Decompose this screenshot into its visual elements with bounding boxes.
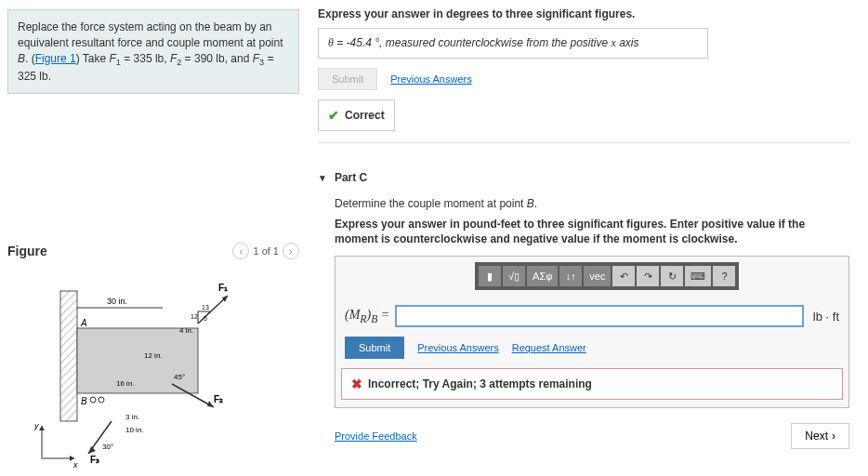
partc-header[interactable]: ▼ Part C xyxy=(318,171,849,184)
partc-instruction: Express your answer in pound-feet to thr… xyxy=(335,218,849,246)
svg-marker-29 xyxy=(39,426,45,430)
x-icon: ✖ xyxy=(351,377,362,391)
tool-keyboard[interactable]: ⌨ xyxy=(685,266,711,286)
partc-submit-button[interactable]: Submit xyxy=(345,337,404,359)
partc-answer-box: ▮ √▯ ΑΣφ ↓↑ vec ↶ ↷ ↻ ⌨ ? (MR)B = lb xyxy=(335,256,849,408)
svg-text:F₂: F₂ xyxy=(214,394,223,404)
problem-text: Replace the force system acting on the b… xyxy=(18,20,283,49)
tool-reset[interactable]: ↻ xyxy=(661,266,683,286)
svg-rect-1 xyxy=(60,291,77,421)
figure-nav: ‹ 1 of 1 › xyxy=(232,243,299,259)
next-button[interactable]: Next› xyxy=(791,423,849,449)
tool-redo[interactable]: ↷ xyxy=(637,266,659,286)
svg-marker-23 xyxy=(88,446,96,454)
partb-correct-feedback: ✔ Correct xyxy=(318,99,395,131)
chevron-right-icon: › xyxy=(832,430,835,443)
tool-vec[interactable]: vec xyxy=(584,266,611,286)
partb-answer-display: θ = -45.4 °, measured counterclockwise f… xyxy=(318,28,708,59)
figure-diagram: 30 in. 4 in. 12 in. 16 in. 3 in. 10 in. … xyxy=(7,272,299,476)
svg-text:30 in.: 30 in. xyxy=(107,297,127,306)
svg-text:16 in.: 16 in. xyxy=(116,379,135,388)
svg-marker-19 xyxy=(207,401,214,407)
formula-toolbar: ▮ √▯ ΑΣφ ↓↑ vec ↶ ↷ ↻ ⌨ ? xyxy=(475,262,739,290)
figure-counter: 1 of 1 xyxy=(253,245,279,257)
tool-template[interactable]: ▮ xyxy=(479,266,501,286)
partc-request-answer-link[interactable]: Request Answer xyxy=(512,342,586,353)
tool-sqrt[interactable]: √▯ xyxy=(503,266,525,286)
collapse-icon: ▼ xyxy=(318,173,327,183)
svg-text:4 in.: 4 in. xyxy=(179,326,193,335)
tool-subscript[interactable]: ↓↑ xyxy=(559,266,582,286)
partc-unit: lb · ft xyxy=(813,310,839,324)
partb-submit-button: Submit xyxy=(318,68,377,90)
svg-text:12: 12 xyxy=(191,313,198,320)
svg-rect-2 xyxy=(77,328,198,393)
partb-instruction: Express your answer in degrees to three … xyxy=(318,7,849,20)
partb-previous-answers-link[interactable]: Previous Answers xyxy=(390,73,471,85)
svg-text:F₃: F₃ xyxy=(90,455,99,465)
svg-text:13: 13 xyxy=(202,304,209,311)
partc-question: Determine the couple moment at point B. xyxy=(335,197,849,210)
svg-text:x: x xyxy=(72,460,78,469)
svg-text:B: B xyxy=(81,396,87,406)
svg-point-33 xyxy=(99,397,104,403)
tool-help[interactable]: ? xyxy=(713,266,735,286)
svg-text:30°: 30° xyxy=(102,443,113,451)
svg-text:A: A xyxy=(80,318,87,328)
svg-marker-13 xyxy=(222,296,228,302)
figure-prev-button[interactable]: ‹ xyxy=(232,243,249,259)
svg-text:5: 5 xyxy=(204,315,207,322)
problem-statement: Replace the force system acting on the b… xyxy=(7,9,299,94)
svg-text:45°: 45° xyxy=(174,373,185,381)
tool-greek[interactable]: ΑΣφ xyxy=(527,266,558,286)
tool-undo[interactable]: ↶ xyxy=(612,266,635,286)
svg-text:12 in.: 12 in. xyxy=(144,351,163,360)
check-icon: ✔ xyxy=(328,108,339,123)
partc-answer-input[interactable] xyxy=(395,305,804,327)
partc-variable-label: (MR)B = xyxy=(345,308,389,325)
partc-incorrect-feedback: ✖ Incorrect; Try Again; 3 attempts remai… xyxy=(341,368,843,400)
figure-link[interactable]: Figure 1 xyxy=(35,52,76,65)
svg-text:F₁: F₁ xyxy=(218,283,228,293)
figure-title: Figure xyxy=(7,244,47,258)
svg-text:y: y xyxy=(33,421,39,430)
svg-point-32 xyxy=(90,397,96,403)
partc-previous-answers-link[interactable]: Previous Answers xyxy=(417,342,498,353)
figure-next-button[interactable]: › xyxy=(283,243,299,259)
provide-feedback-link[interactable]: Provide Feedback xyxy=(335,430,417,442)
svg-text:3 in.: 3 in. xyxy=(125,413,139,421)
svg-text:10 in.: 10 in. xyxy=(125,426,144,434)
